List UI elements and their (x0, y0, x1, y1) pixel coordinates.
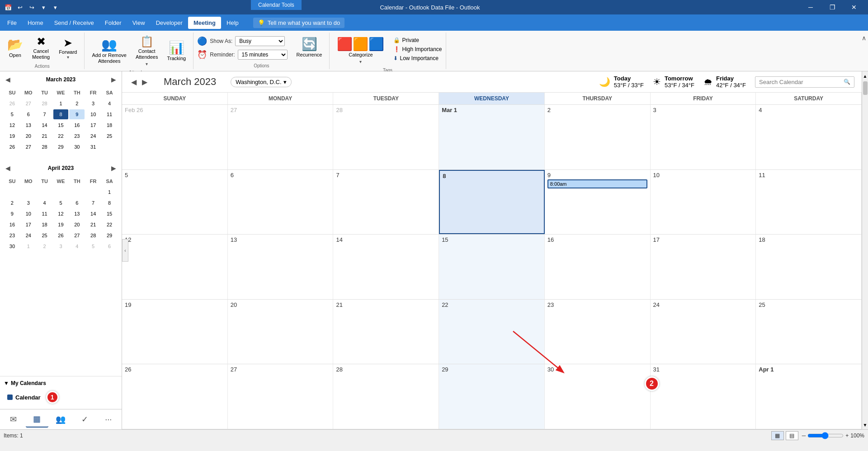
collapse-sidebar-btn[interactable]: ‹ (122, 239, 128, 262)
cell-mar21[interactable]: 21 (333, 300, 439, 364)
mini-day[interactable]: 6 (21, 109, 36, 119)
cell-mar10[interactable]: 10 (651, 170, 756, 235)
mini-day[interactable]: 25 (37, 230, 52, 240)
view-month-btn[interactable]: ▦ (771, 431, 784, 440)
cell-mar11[interactable]: 11 (756, 170, 862, 235)
march-next-btn[interactable]: ▶ (109, 75, 118, 84)
cancel-meeting-button[interactable]: ✖ CancelMeeting (28, 34, 53, 62)
cell-mar4[interactable]: 4 (756, 105, 862, 169)
mini-day[interactable]: 24 (21, 230, 36, 240)
cell-mar22[interactable]: 22 (439, 300, 545, 364)
mini-day-8-selected[interactable]: 8 (53, 109, 69, 119)
cell-mar6[interactable]: 6 (228, 170, 334, 235)
redo-btn[interactable]: ↪ (27, 3, 36, 12)
cell-mar1[interactable]: Mar 1 (439, 105, 545, 169)
menu-view[interactable]: View (127, 17, 151, 29)
mini-day[interactable]: 22 (53, 131, 69, 141)
cell-mar26[interactable]: 26 (122, 364, 228, 429)
mini-day[interactable]: 12 (53, 209, 69, 219)
mini-day[interactable]: 23 (5, 230, 20, 240)
event-8am[interactable]: 8:00am (547, 179, 647, 188)
mini-day[interactable]: 10 (21, 209, 36, 219)
cell-feb28[interactable]: 28 (333, 105, 439, 169)
mini-day[interactable]: 21 (85, 220, 101, 230)
cell-mar20[interactable]: 20 (228, 300, 334, 364)
categorize-dropdown[interactable]: ▾ (359, 59, 362, 64)
mini-day[interactable]: 1 (53, 99, 69, 108)
mini-day[interactable]: 3 (21, 198, 36, 208)
minimize-btn[interactable]: ─ (800, 0, 821, 14)
cell-mar3[interactable]: 3 (651, 105, 756, 169)
mini-day[interactable]: 5 (5, 109, 20, 119)
mini-day[interactable]: 5 (85, 241, 101, 251)
collapse-ribbon-btn[interactable]: ∧ (860, 33, 868, 69)
cell-mar28[interactable]: 28 (333, 364, 439, 429)
mini-day[interactable]: 26 (53, 230, 69, 240)
nav-people-btn[interactable]: 👥 (49, 411, 72, 428)
menu-help[interactable]: Help (221, 17, 244, 29)
mini-day[interactable]: 2 (69, 99, 85, 108)
mini-day[interactable]: 3 (53, 241, 69, 251)
mini-day[interactable]: 30 (5, 241, 20, 251)
cell-mar5[interactable]: 5 (122, 170, 228, 235)
mini-day[interactable]: 13 (69, 209, 85, 219)
mini-day[interactable]: 27 (69, 230, 85, 240)
forward-dropdown[interactable]: ▾ (67, 55, 69, 60)
cell-apr1[interactable]: Apr 1 (756, 364, 862, 429)
mini-day[interactable]: 26 (5, 99, 20, 108)
low-importance-row[interactable]: ⬇ Low Importance (393, 54, 442, 62)
mini-day[interactable]: 15 (53, 120, 69, 130)
calendar-item-main[interactable]: Calendar 1 (4, 389, 118, 405)
customize-qat[interactable]: ▾ (39, 3, 48, 12)
search-calendar-input[interactable] (759, 79, 841, 85)
mini-day[interactable]: 21 (37, 131, 52, 141)
mini-day[interactable]: 5 (53, 198, 69, 208)
mini-day[interactable]: 23 (69, 131, 85, 141)
reminder-select[interactable]: 15 minutes 5 minutes 30 minutes 1 hour N… (238, 50, 288, 60)
cal-next-btn[interactable]: ▶ (140, 77, 149, 87)
mini-day[interactable]: 20 (21, 131, 36, 141)
mini-day[interactable]: 2 (5, 198, 20, 208)
mini-day[interactable]: 14 (85, 209, 101, 219)
mini-day[interactable]: 24 (85, 131, 101, 141)
menu-developer[interactable]: Developer (151, 17, 188, 29)
mini-day[interactable]: 2 (37, 241, 52, 251)
qat-more[interactable]: ▾ (51, 3, 60, 12)
mini-day[interactable]: 7 (85, 198, 101, 208)
mini-day[interactable]: 16 (69, 120, 85, 130)
nav-tasks-btn[interactable]: ✓ (73, 411, 96, 428)
cell-mar12[interactable]: 12 (122, 235, 228, 299)
mini-day[interactable]: 6 (102, 241, 117, 251)
nav-calendar-btn[interactable]: ▦ (26, 411, 49, 428)
mini-day[interactable]: 29 (102, 230, 117, 240)
april-prev-btn[interactable]: ◀ (4, 164, 12, 173)
scroll-up-btn[interactable]: ▲ (862, 71, 868, 80)
cell-mar9[interactable]: 9 8:00am (545, 170, 651, 235)
cell-mar31[interactable]: 31 (651, 364, 756, 429)
mini-day[interactable]: 30 (69, 142, 85, 152)
show-as-select[interactable]: Busy Free Tentative Out of Office (235, 36, 285, 46)
categorize-button[interactable]: 🟥🟧🟦 Categorize ▾ (333, 36, 388, 66)
mini-day[interactable]: 11 (37, 209, 52, 219)
mini-day[interactable]: 28 (85, 230, 101, 240)
high-importance-row[interactable]: ❗ High Importance (393, 45, 442, 53)
cell-mar8-selected[interactable]: 8 (439, 170, 545, 235)
cell-mar7[interactable]: 7 (333, 170, 439, 235)
mini-day-1[interactable]: 1 (102, 187, 117, 197)
mini-day[interactable]: 7 (37, 109, 52, 119)
menu-send-receive[interactable]: Send / Receive (49, 17, 99, 29)
cell-mar18[interactable]: 18 (756, 235, 862, 299)
mini-day[interactable]: 31 (85, 142, 101, 152)
mini-day[interactable]: 11 (102, 109, 117, 119)
mini-day[interactable]: 18 (102, 120, 117, 130)
restore-btn[interactable]: ❐ (822, 0, 843, 14)
mini-day[interactable]: 8 (102, 198, 117, 208)
my-calendars-header[interactable]: ▼ My Calendars (4, 380, 118, 386)
cell-mar13[interactable]: 13 (228, 235, 334, 299)
mini-day[interactable]: 28 (37, 99, 52, 108)
mini-day[interactable]: 17 (21, 220, 36, 230)
mini-day[interactable]: 27 (21, 142, 36, 152)
nav-more-btn[interactable]: ··· (97, 411, 120, 428)
mini-day[interactable]: 27 (21, 99, 36, 108)
mini-day[interactable]: 16 (5, 220, 20, 230)
